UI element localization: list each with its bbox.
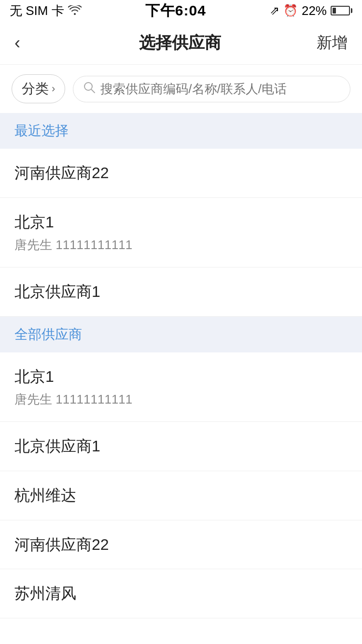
filter-bar: 分类 › bbox=[0, 65, 362, 113]
list-item[interactable]: 杭州维达 bbox=[0, 471, 362, 520]
item-name: 北京供应商1 bbox=[14, 281, 348, 303]
item-name: 北京供应商1 bbox=[14, 435, 348, 457]
item-sub: 唐先生 11111111111 bbox=[14, 391, 348, 408]
item-sub: 唐先生 11111111111 bbox=[14, 236, 348, 253]
add-button[interactable]: 新增 bbox=[317, 32, 348, 54]
page-title: 选择供应商 bbox=[139, 32, 221, 54]
list-item[interactable]: 北京1 唐先生 11111111111 bbox=[0, 352, 362, 422]
all-items-list: 北京1 唐先生 11111111111 北京供应商1 杭州维达 河南供应商22 … bbox=[0, 352, 362, 618]
search-icon bbox=[83, 81, 96, 97]
list-item[interactable]: 苏州清风 bbox=[0, 569, 362, 618]
all-section-header: 全部供应商 bbox=[0, 317, 362, 352]
all-section-label: 全部供应商 bbox=[14, 327, 82, 342]
item-name: 杭州维达 bbox=[14, 485, 348, 506]
category-label: 分类 bbox=[22, 80, 49, 98]
location-icon: ⇗ bbox=[270, 4, 279, 17]
alarm-icon: ⏰ bbox=[283, 4, 298, 17]
item-name: 北京1 bbox=[14, 211, 348, 233]
chevron-icon: › bbox=[52, 83, 55, 95]
recent-section-label: 最近选择 bbox=[14, 123, 69, 138]
status-left: 无 SIM 卡 bbox=[10, 2, 82, 19]
recent-items-list: 河南供应商22 北京1 唐先生 11111111111 北京供应商1 bbox=[0, 149, 362, 317]
recent-section-header: 最近选择 bbox=[0, 113, 362, 149]
list-item[interactable]: 北京供应商1 bbox=[0, 422, 362, 471]
list-item[interactable]: 河南供应商22 bbox=[0, 149, 362, 198]
search-box[interactable] bbox=[73, 76, 350, 102]
no-sim-label: 无 SIM 卡 bbox=[10, 2, 64, 19]
battery-label: 22% bbox=[302, 3, 327, 18]
svg-line-1 bbox=[91, 89, 95, 93]
item-name: 河南供应商22 bbox=[14, 534, 348, 556]
category-filter[interactable]: 分类 › bbox=[12, 74, 65, 103]
battery-icon bbox=[331, 6, 352, 15]
wifi-icon bbox=[68, 3, 82, 18]
list-item[interactable]: 北京1 唐先生 11111111111 bbox=[0, 198, 362, 267]
search-input[interactable] bbox=[100, 82, 340, 97]
item-name: 苏州清风 bbox=[14, 583, 348, 604]
list-item[interactable]: 河南供应商22 bbox=[0, 520, 362, 570]
item-name: 北京1 bbox=[14, 366, 348, 388]
nav-bar: ‹ 选择供应商 新增 bbox=[0, 21, 362, 65]
item-name: 河南供应商22 bbox=[14, 162, 348, 184]
status-bar: 无 SIM 卡 下午6:04 ⇗ ⏰ 22% bbox=[0, 0, 362, 21]
status-time: 下午6:04 bbox=[145, 1, 206, 21]
status-right: ⇗ ⏰ 22% bbox=[270, 3, 352, 18]
list-item[interactable]: 北京供应商1 bbox=[0, 267, 362, 317]
back-button[interactable]: ‹ bbox=[14, 33, 43, 53]
